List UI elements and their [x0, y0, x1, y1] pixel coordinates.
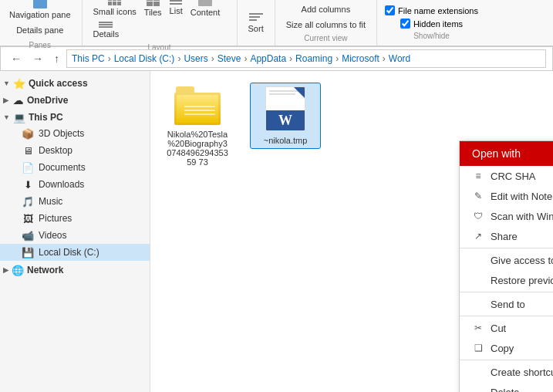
delete-icon — [472, 386, 484, 392]
sidebar-item-pictures[interactable]: 🖼 Pictures — [0, 210, 150, 227]
ribbon-sort-section: Sort — [245, 0, 275, 46]
edit-icon: ✎ — [472, 190, 484, 202]
downloads-icon: ⬇ — [22, 178, 34, 191]
videos-icon: 📹 — [22, 229, 34, 242]
quick-access-icon: ⭐ — [13, 77, 25, 90]
word-icon: W — [265, 86, 305, 131]
shortcut-icon — [472, 366, 484, 378]
ribbon-current-view-section: Add columns Size all columns to fit Curr… — [283, 0, 377, 46]
desktop-icon: 🖥 — [22, 144, 34, 157]
quick-access-header[interactable]: ▼ ⭐ Quick access — [0, 74, 150, 91]
separator-3 — [460, 316, 553, 316]
onedrive-icon: ☁ — [12, 94, 24, 106]
forward-button[interactable]: → — [29, 51, 47, 66]
add-columns-button[interactable]: Add columns — [298, 3, 354, 15]
onedrive-item[interactable]: ▶ ☁ OneDrive — [0, 91, 150, 108]
context-menu-share[interactable]: ↗ Share — [460, 226, 553, 246]
this-pc-expand-icon: ▼ — [3, 113, 10, 121]
small-icons-button[interactable]: Small icons — [90, 0, 140, 18]
content-area: Nikola%20Tesla%20Biography30748496294353… — [150, 71, 553, 392]
sidebar-item-desktop[interactable]: 🖥 Desktop — [0, 142, 150, 159]
sidebar-item-documents[interactable]: 📄 Documents — [0, 159, 150, 176]
content-button[interactable]: Content — [187, 0, 224, 19]
network-label: Network — [27, 265, 63, 275]
context-menu-crc-sha[interactable]: ≡ CRC SHA › — [460, 166, 553, 186]
breadcrumb[interactable]: This PC › Local Disk (C:) › Users › Stev… — [66, 49, 546, 68]
context-menu-edit-notepad[interactable]: ✎ Edit with Notepad++ — [460, 186, 553, 206]
sidebar-item-downloads[interactable]: ⬇ Downloads — [0, 176, 150, 193]
breadcrumb-users[interactable]: Users — [184, 53, 207, 64]
context-menu-scan-defender[interactable]: 🛡 Scan with Windows Defender... — [460, 206, 553, 226]
network-icon: 🌐 — [12, 264, 24, 276]
context-menu: Open with ≡ CRC SHA › ✎ Edit with Notepa… — [459, 140, 553, 392]
downloads-label: Downloads — [39, 179, 84, 190]
context-menu-copy[interactable]: ❑ Copy — [460, 338, 553, 358]
3d-objects-icon: 📦 — [22, 127, 34, 140]
delete-label: Delete — [491, 387, 520, 393]
quick-access-expand-icon: ▼ — [3, 79, 10, 87]
local-disk-label: Local Disk (C:) — [39, 247, 99, 258]
send-to-label: Send to — [491, 299, 525, 310]
documents-icon: 📄 — [22, 161, 34, 174]
context-menu-delete[interactable]: Delete — [460, 382, 553, 392]
address-bar: ← → ↑ This PC › Local Disk (C:) › Users … — [0, 46, 553, 71]
restore-versions-label: Restore previous versions — [491, 275, 553, 286]
copy-label: Copy — [491, 343, 514, 354]
context-menu-send-to[interactable]: Send to › — [460, 294, 553, 314]
sidebar: ▼ ⭐ Quick access ▶ ☁ OneDrive ▼ 💻 This P… — [0, 71, 150, 392]
network-expand-icon: ▶ — [3, 266, 8, 274]
edit-notepad-label: Edit with Notepad++ — [491, 191, 553, 202]
breadcrumb-this-pc[interactable]: This PC — [72, 53, 105, 64]
file-name-extensions-checkbox[interactable] — [385, 5, 395, 15]
context-menu-give-access[interactable]: Give access to › — [460, 250, 553, 270]
cut-label: Cut — [491, 323, 506, 334]
sidebar-item-music[interactable]: 🎵 Music — [0, 193, 150, 210]
size-all-columns-button[interactable]: Size all columns to fit — [283, 19, 369, 31]
breadcrumb-appdata[interactable]: AppData — [250, 53, 286, 64]
this-pc-label: This PC — [29, 112, 63, 123]
send-to-icon — [472, 298, 484, 310]
navigation-pane-button[interactable]: Navigation pane — [6, 0, 74, 21]
breadcrumb-microsoft[interactable]: Microsoft — [342, 53, 379, 64]
restore-icon — [472, 274, 484, 286]
this-pc-header[interactable]: ▼ 💻 This PC — [0, 108, 150, 125]
main-layout: ▼ ⭐ Quick access ▶ ☁ OneDrive ▼ 💻 This P… — [0, 71, 553, 392]
folder-icon — [174, 86, 221, 125]
scan-defender-label: Scan with Windows Defender... — [491, 211, 553, 222]
breadcrumb-steve[interactable]: Steve — [217, 53, 241, 64]
sidebar-item-3d-objects[interactable]: 📦 3D Objects — [0, 125, 150, 142]
breadcrumb-local-disk[interactable]: Local Disk (C:) — [114, 53, 175, 64]
back-button[interactable]: ← — [7, 51, 25, 66]
sidebar-item-local-disk[interactable]: 💾 Local Disk (C:) — [0, 244, 150, 261]
cut-icon: ✂ — [472, 322, 484, 334]
file-item-folder[interactable]: Nikola%20Tesla%20Biography30748496294353… — [163, 83, 232, 170]
separator-4 — [460, 360, 553, 360]
details-pane-button[interactable]: Details pane — [13, 24, 66, 36]
music-icon: 🎵 — [22, 195, 34, 208]
hidden-items-row: Hidden items — [400, 19, 463, 29]
pictures-icon: 🖼 — [22, 212, 34, 225]
context-menu-cut[interactable]: ✂ Cut — [460, 318, 553, 338]
tiles-button[interactable]: Tiles — [141, 0, 165, 19]
network-item[interactable]: ▶ 🌐 Network — [0, 261, 150, 278]
file-item-word[interactable]: W ~nikola.tmp — [251, 83, 320, 148]
sort-button[interactable]: Sort — [245, 12, 267, 35]
word-file-label: ~nikola.tmp — [264, 136, 308, 145]
separator-2 — [460, 292, 553, 292]
show-hide-label: Show/hide — [413, 32, 450, 40]
context-menu-open-with[interactable]: Open with — [460, 141, 553, 166]
list-button[interactable]: List — [167, 0, 186, 17]
hidden-items-checkbox[interactable] — [400, 19, 410, 29]
context-menu-restore-versions[interactable]: Restore previous versions — [460, 270, 553, 290]
onedrive-expand-icon: ▶ — [3, 96, 8, 104]
create-shortcut-label: Create shortcut — [491, 367, 553, 378]
breadcrumb-roaming[interactable]: Roaming — [295, 53, 332, 64]
up-button[interactable]: ↑ — [50, 51, 63, 66]
context-menu-create-shortcut[interactable]: Create shortcut — [460, 362, 553, 382]
crc-sha-icon: ≡ — [472, 170, 484, 182]
breadcrumb-word[interactable]: Word — [389, 53, 410, 64]
share-icon: ↗ — [472, 230, 484, 242]
sidebar-item-videos[interactable]: 📹 Videos — [0, 227, 150, 244]
panes-label: Panes — [29, 41, 51, 49]
details-button[interactable]: Details — [90, 20, 123, 40]
